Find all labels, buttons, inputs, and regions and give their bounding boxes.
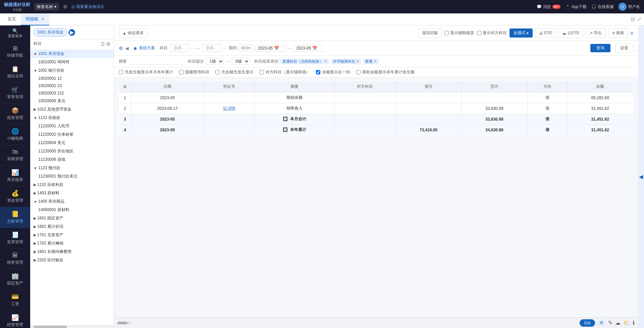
tree-node-11220004[interactable]: 11220004 美元: [30, 139, 114, 147]
setting-button[interactable]: 设置: [615, 44, 633, 53]
tree-node-11220001[interactable]: 11220001 人民币: [30, 122, 114, 130]
show-opposite-input[interactable]: [477, 31, 481, 35]
sidebar-item-assets[interactable]: 🏢 固定资产: [0, 269, 30, 290]
tab-collapse-icon[interactable]: ⊟: [631, 16, 635, 22]
sidebar-search[interactable]: 🔍 搜索菜单: [0, 25, 30, 41]
cloud2-icon[interactable]: ⛅: [623, 320, 630, 326]
tree-node-1801[interactable]: ▶ 1801 长期待摊费用: [30, 248, 114, 256]
show-auxiliary-input[interactable]: [444, 31, 449, 35]
tag-normal-close[interactable]: ✕: [324, 59, 327, 64]
account-nav-arrow[interactable]: ▶: [68, 29, 75, 36]
return-old-button[interactable]: 退回旧版: [418, 28, 442, 38]
sidebar-item-nav[interactable]: ⊞ 快捷导航: [0, 41, 30, 62]
option-hide-disabled-input[interactable]: [179, 70, 183, 74]
tab-ledger[interactable]: 明细账 ✕: [21, 13, 49, 25]
right-expand-icon[interactable]: ≡: [631, 30, 633, 36]
summary-input[interactable]: [129, 58, 183, 65]
cloud-icon[interactable]: ☁: [615, 320, 621, 326]
option-show-opposite-input[interactable]: [260, 70, 264, 74]
right-sidebar-panel[interactable]: ◀: [638, 25, 644, 328]
tree-node-2202[interactable]: ▶ 2202 应付账款: [30, 256, 114, 264]
expand-more-button[interactable]: ▲ 收起更多: [119, 28, 148, 38]
voucher-link[interactable]: 记-006: [223, 106, 235, 111]
account-selector[interactable]: 账套名称 ▾: [34, 3, 59, 11]
tree-node-1403[interactable]: ▶ 1403 原材料: [30, 189, 114, 197]
query-settings-icon[interactable]: ⚙: [119, 46, 123, 51]
tree-node-1012[interactable]: ▶ 1012 其他货币资金: [30, 105, 114, 114]
refresh-button[interactable]: ↺ 刷新: [608, 28, 628, 38]
tree-node-10010001[interactable]: 10010001 呵呵呵: [30, 58, 114, 66]
lang-tag[interactable]: 英: [598, 320, 605, 326]
tree-node-11220006[interactable]: 11220006 游戏: [30, 155, 114, 164]
print-button[interactable]: 🖨 打印: [535, 28, 556, 38]
option-balance-one-column-input[interactable]: [316, 70, 320, 74]
export-button[interactable]: ↗ 导出: [586, 28, 605, 38]
tree-node-1123[interactable]: ▼ 1123 预付款: [30, 164, 114, 172]
tree-node-11230001[interactable]: 11230001 预付款美元: [30, 172, 114, 181]
tree-node-11220005[interactable]: 11220005 所在地区: [30, 147, 114, 155]
tag-foreign[interactable]: 外币核算科目 ✕: [331, 59, 361, 64]
sidebar-item-tax[interactable]: 🏛 税务管理: [0, 249, 30, 269]
option-no-balance-input[interactable]: [119, 70, 123, 74]
tag-foreign-close[interactable]: ✕: [356, 59, 359, 64]
tree-list-icon[interactable]: ☰: [101, 41, 105, 47]
tree-node-10020002[interactable]: 10020002 23: [30, 82, 114, 89]
tag-normal[interactable]: 普通科目（无特殊核算） ✕: [280, 59, 329, 64]
tree-node-1001[interactable]: ▼ 1001 库存现金: [30, 50, 114, 58]
user-item[interactable]: U 用户名: [619, 3, 640, 11]
tree-expand-icon[interactable]: ⊞: [106, 41, 110, 47]
sidebar-item-management[interactable]: 📈 经营管理: [0, 311, 30, 328]
amount-type-button[interactable]: 金额式 ▾: [509, 28, 533, 38]
query-button[interactable]: 查询: [590, 44, 610, 52]
eat-button[interactable]: Eat: [580, 319, 595, 327]
sidebar-item-retail[interactable]: 🛒 零售管理: [0, 83, 30, 104]
sidebar-item-ledger[interactable]: 📒 总账管理: [0, 207, 30, 228]
tree-node-10020003[interactable]: 10020003 122: [30, 89, 114, 97]
period-type-selector[interactable]: 期间▾: [239, 45, 253, 52]
tree-node-1701[interactable]: ▶ 1701 无形资产: [30, 231, 114, 239]
tree-node-10020001[interactable]: 10020001 12: [30, 75, 114, 82]
message-item[interactable]: 💬 消息 99+: [537, 4, 560, 10]
tree-node-1122[interactable]: ▼ 1122 应收款: [30, 114, 114, 122]
sidebar-item-wholesale[interactable]: 📦 批发管理: [0, 104, 30, 124]
level-start-select[interactable]: 1级2级3级: [206, 58, 224, 65]
sidebar-item-project[interactable]: 📋 项目合同: [0, 62, 30, 83]
option-no-balance-show-input[interactable]: [215, 70, 220, 74]
sidebar-item-purchase[interactable]: 🛍 采购管理: [0, 145, 30, 166]
tree-node-1601[interactable]: ▶ 1601 固定资产: [30, 214, 114, 222]
info-icon[interactable]: ℹ: [633, 320, 635, 326]
gear-icon[interactable]: ⚙: [62, 4, 69, 9]
tree-node-11220002[interactable]: 11220002 往来标签: [30, 130, 114, 139]
query-collapse-icon[interactable]: ◀: [125, 46, 129, 51]
tab-home[interactable]: 首页: [3, 13, 21, 25]
tree-scrollbar[interactable]: [30, 325, 114, 328]
tree-node-10020006[interactable]: 10020006 美元: [30, 97, 114, 105]
demo-button[interactable]: ◎ 我要看实例演示: [71, 4, 104, 10]
cloud-print-button[interactable]: ☁ 云打印: [558, 28, 583, 38]
sidebar-item-fund[interactable]: 💰 资金管理: [0, 186, 30, 207]
sidebar-item-invoice[interactable]: 🧾 发票管理: [0, 228, 30, 249]
selected-account[interactable]: 1001 库存现金: [34, 28, 67, 37]
tree-node-1702[interactable]: ▶ 1702 累计摊销: [30, 239, 114, 248]
tree-node-1132[interactable]: ▶ 1132 应收利息: [30, 181, 114, 189]
online-service-item[interactable]: 🎧 在线客服: [591, 4, 614, 10]
table-gear-icon[interactable]: ⚙: [123, 84, 127, 89]
tab-close-icon[interactable]: ✕: [41, 16, 45, 22]
tree-node-14050001[interactable]: 14050001 原材料: [30, 206, 114, 214]
tag-quantity-close[interactable]: ✕: [374, 59, 377, 64]
window-maximize-icon[interactable]: ⤢: [637, 16, 641, 22]
tree-node-1405[interactable]: ▼ 1405 库存商品: [30, 197, 114, 206]
account-select-input[interactable]: 选择...: [170, 44, 189, 52]
sidebar-item-ecommerce[interactable]: 🌐 小畅电商: [0, 124, 30, 145]
date-end[interactable]: 2023-05 📅: [293, 45, 323, 52]
option-period-balance-input[interactable]: [356, 70, 361, 74]
tree-node-1002[interactable]: ▼ 1002 银行存款: [30, 66, 114, 75]
level-end-select[interactable]: 6级5级4级: [232, 58, 250, 65]
pen-icon[interactable]: ✎: [608, 320, 612, 326]
tag-quantity[interactable]: 数量 ✕: [363, 59, 379, 64]
horizontal-scrollbar[interactable]: [117, 322, 131, 324]
app-download-item[interactable]: 📱 App下载: [565, 4, 587, 10]
tree-node-1602[interactable]: ▶ 1602 累计折旧: [30, 222, 114, 231]
account-select-end[interactable]: 选择...: [202, 44, 221, 52]
date-start[interactable]: 2023-05 📅: [255, 45, 285, 52]
